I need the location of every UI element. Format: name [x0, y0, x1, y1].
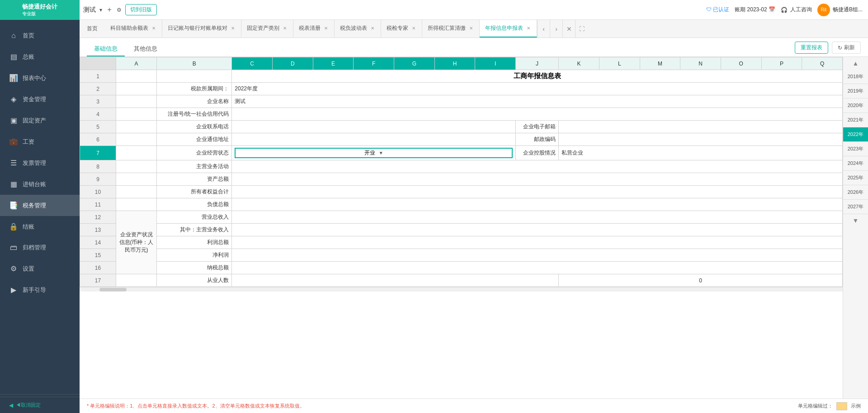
col-header-h[interactable]: H — [434, 57, 475, 70]
spreadsheet-main[interactable]: A B C D E F G H I J K L — [80, 57, 843, 399]
tab-close-assets[interactable]: ✕ — [282, 26, 288, 31]
tab-tax-expert[interactable]: 税检专家 ✕ — [381, 20, 422, 38]
year-item-2020[interactable]: 2020年 — [843, 99, 868, 113]
year-scroll-up-button[interactable]: ▲ — [843, 57, 868, 70]
cell-label-postcode: 邮政编码 — [515, 133, 558, 146]
sidebar-item-archive[interactable]: 🗃 归档管理 — [0, 237, 80, 258]
tab-bank-reconcile[interactable]: 日记账与银行对账单核对 ✕ — [162, 20, 241, 38]
sidebar-item-inventory[interactable]: ▦ 进销台账 — [0, 174, 80, 195]
col-header-p[interactable]: P — [761, 57, 802, 70]
tab-close-income-tax[interactable]: ✕ — [468, 26, 474, 31]
col-header-m[interactable]: M — [640, 57, 680, 70]
cell-total-assets-value[interactable] — [232, 173, 843, 186]
col-header-c[interactable]: C — [232, 57, 273, 70]
tab-close-all-button[interactable]: ✕ — [562, 20, 575, 38]
tab-income-tax[interactable]: 所得税汇算清缴 ✕ — [422, 20, 480, 38]
cell-employees-num[interactable]: 0 — [559, 274, 843, 287]
cell-total-profit-value[interactable] — [232, 236, 843, 249]
cell-regnum-value[interactable] — [232, 108, 843, 121]
tab-close-bank[interactable]: ✕ — [230, 26, 236, 31]
cell-biz-status-value[interactable]: 开业 ▼ — [232, 146, 516, 160]
tab-home[interactable]: 首页 — [80, 20, 105, 38]
sidebar-item-payroll[interactable]: 💼 工资 — [0, 131, 80, 152]
year-item-2018[interactable]: 2018年 — [843, 70, 868, 84]
tab-close-aux[interactable]: ✕ — [151, 26, 156, 31]
sidebar-item-close[interactable]: 🔒 结账 — [0, 216, 80, 237]
cell-total-debt-value[interactable] — [232, 198, 843, 211]
tab-close-tax-expert[interactable]: ✕ — [411, 26, 416, 31]
cell-total-revenue-value[interactable] — [232, 211, 843, 224]
sidebar-item-assets[interactable]: ▣ 固定资产 — [0, 110, 80, 131]
sidebar-item-reports[interactable]: 📊 报表中心 — [0, 67, 80, 89]
sidebar-item-home[interactable]: ⌂ 首页 — [0, 25, 80, 46]
cell-equity-value[interactable] — [232, 186, 843, 198]
tab-next-button[interactable]: › — [550, 20, 562, 38]
year-item-2021[interactable]: 2021年 — [843, 113, 868, 127]
col-header-k[interactable]: K — [559, 57, 599, 70]
cell-company-value[interactable]: 测试 — [232, 95, 843, 108]
sub-tab-basic[interactable]: 基础信息 — [87, 42, 125, 56]
year-item-2024[interactable]: 2024年 — [843, 156, 868, 171]
cell-employees-value[interactable] — [232, 274, 559, 287]
sub-tab-other[interactable]: 其他信息 — [127, 42, 165, 56]
sidebar-item-tax[interactable]: 📑 税务管理 — [0, 195, 80, 216]
col-header-l[interactable]: L — [599, 57, 640, 70]
tab-close-annual[interactable]: ✕ — [526, 26, 531, 31]
col-header-o[interactable]: O — [721, 57, 761, 70]
col-header-j[interactable]: J — [515, 57, 558, 70]
year-item-2026[interactable]: 2026年 — [843, 185, 868, 200]
service-button[interactable]: 🎧 人工咨询 — [781, 6, 812, 14]
tab-tax-list[interactable]: 税表清册 ✕ — [293, 20, 335, 38]
cell-period-value[interactable]: 2022年度 — [232, 83, 843, 95]
cell-email-value[interactable] — [559, 121, 843, 133]
cell-main-revenue-value[interactable] — [232, 224, 843, 236]
col-header-e[interactable]: E — [313, 57, 354, 70]
cell-net-profit-value[interactable] — [232, 249, 843, 262]
tab-fullscreen-button[interactable]: ⛶ — [575, 20, 588, 38]
year-item-2022[interactable]: 2022年 — [843, 127, 868, 142]
tab-close-tax-wave[interactable]: ✕ — [370, 26, 375, 31]
col-header-i[interactable]: I — [475, 57, 516, 70]
year-scroll-down-button[interactable]: ▼ — [843, 214, 868, 227]
tab-prev-button[interactable]: ‹ — [537, 20, 550, 38]
dropdown-icon[interactable]: ▾ — [99, 7, 102, 13]
year-item-2027[interactable]: 2027年 — [843, 200, 868, 214]
col-header-f[interactable]: F — [354, 57, 394, 70]
sidebar-item-guide[interactable]: ▶ 新手引导 — [0, 279, 80, 300]
old-version-button[interactable]: 切到旧版 — [125, 4, 157, 15]
tab-annual-report[interactable]: 年报信息申报表 ✕ — [480, 20, 537, 38]
sidebar-item-funds[interactable]: ◈ 资金管理 — [0, 89, 80, 110]
cell-total-tax-value[interactable] — [232, 262, 843, 274]
row-num-15: 15 — [80, 249, 116, 262]
reset-report-button[interactable]: 重置报表 — [795, 42, 828, 54]
tab-aux-balance[interactable]: 科目辅助余额表 ✕ — [105, 20, 162, 38]
sidebar-item-ledger[interactable]: ▤ 总账 — [0, 46, 80, 67]
table-title-cell[interactable]: 工商年报信息表 — [232, 70, 843, 83]
year-item-2023[interactable]: 2023年 — [843, 142, 868, 156]
tab-fixed-assets-cat[interactable]: 固定资产类别 ✕ — [241, 20, 293, 38]
cell-postcode-value[interactable] — [559, 133, 843, 146]
col-header-g[interactable]: G — [394, 57, 434, 70]
col-header-a[interactable]: A — [116, 57, 157, 70]
tab-tax-wave[interactable]: 税负波动表 ✕ — [335, 20, 381, 38]
user-profile[interactable]: Rit 畅捷通B组... — [817, 4, 863, 16]
sidebar-item-settings[interactable]: ⚙ 设置 — [0, 258, 80, 279]
cell-main-biz-value[interactable] — [232, 160, 843, 173]
tab-close-tax-list[interactable]: ✕ — [323, 26, 329, 31]
refresh-button[interactable]: ↻ 刷新 — [832, 42, 861, 54]
col-header-d[interactable]: D — [272, 57, 313, 70]
year-item-2025[interactable]: 2025年 — [843, 171, 868, 185]
settings-icon[interactable]: ⚙ — [117, 7, 122, 13]
year-item-2019[interactable]: 2019年 — [843, 84, 868, 99]
cell-holding-value[interactable]: 私营企业 — [559, 146, 843, 160]
sidebar-item-invoices[interactable]: ☰ 发票管理 — [0, 152, 80, 174]
add-icon[interactable]: ＋ — [106, 5, 113, 14]
cell-address-value[interactable] — [232, 133, 516, 146]
logo-subtitle: 专业版 — [22, 11, 57, 17]
cell-phone-value[interactable] — [232, 121, 516, 133]
col-header-n[interactable]: N — [680, 57, 721, 70]
col-header-q[interactable]: Q — [802, 57, 843, 70]
h-scrollbar[interactable] — [80, 287, 843, 291]
col-header-b[interactable]: B — [157, 57, 232, 70]
collapse-sidebar-button[interactable]: ◀ ◀取消固定 — [0, 397, 80, 413]
